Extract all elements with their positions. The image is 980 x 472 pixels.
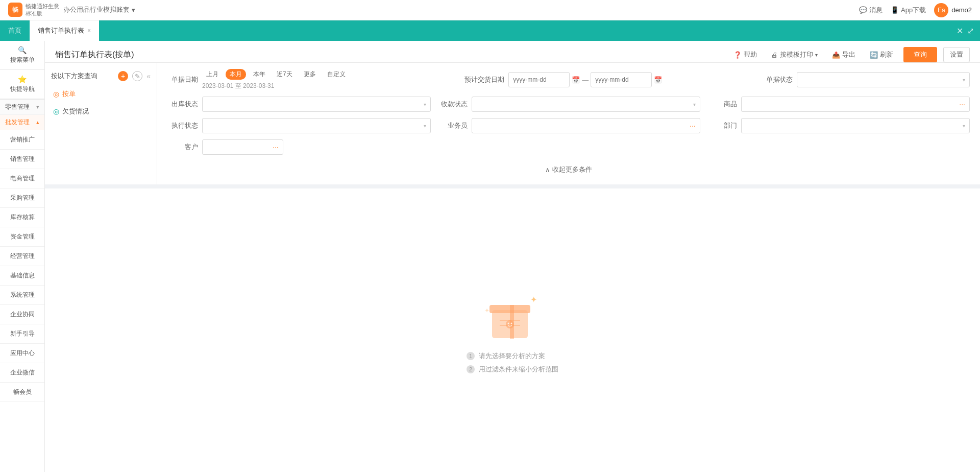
topbar: 畅 畅捷通好生意 标准版 办公用品行业模拟账套 ▾ 💬 消息 📱 App下载 E… bbox=[0, 0, 980, 20]
sidebar-corpwechat-label: 企业微信 bbox=[10, 368, 35, 377]
template-print-button[interactable]: 🖨 按模板打印 ▾ bbox=[767, 48, 822, 61]
edit-scheme-button[interactable]: ✎ bbox=[132, 71, 142, 81]
avatar: Ea bbox=[934, 3, 948, 17]
app-download-button[interactable]: 📱 App下载 bbox=[891, 6, 926, 15]
dept-label: 部门 bbox=[706, 121, 737, 130]
sidebar-item-basic[interactable]: 基础信息 bbox=[0, 266, 44, 286]
period-last-month[interactable]: 上月 bbox=[202, 69, 223, 80]
edit-icon: ✎ bbox=[135, 73, 140, 80]
shipping-label: 出库状态 bbox=[167, 100, 198, 109]
period-custom[interactable]: 自定义 bbox=[323, 69, 350, 80]
filter-customer: 客户 ··· bbox=[167, 139, 283, 155]
period-this-month[interactable]: 本月 bbox=[226, 69, 246, 80]
expected-date-end[interactable] bbox=[591, 72, 652, 87]
exec-select[interactable]: ▾ bbox=[202, 118, 431, 133]
salesperson-more-icon[interactable]: ··· bbox=[690, 122, 696, 130]
sidebar-item-ecommerce[interactable]: 电商管理 bbox=[0, 169, 44, 188]
tip-text-2: 用过滤条件来缩小分析范围 bbox=[479, 365, 558, 374]
scheme-credit-icon: ◎ bbox=[53, 107, 59, 115]
goods-label: 商品 bbox=[706, 100, 737, 109]
payment-select[interactable]: ▾ bbox=[472, 97, 700, 112]
sidebar-item-corpwechat[interactable]: 企业微信 bbox=[0, 363, 44, 383]
date-label: 单据日期 bbox=[167, 75, 198, 84]
dept-dropdown-icon: ▾ bbox=[963, 123, 965, 129]
goods-more-icon[interactable]: ··· bbox=[959, 100, 965, 108]
period-7days[interactable]: 近7天 bbox=[273, 69, 297, 80]
search-button[interactable]: 查询 bbox=[903, 47, 937, 62]
refresh-button[interactable]: 🔄 刷新 bbox=[866, 48, 897, 61]
empty-tips: 1 请先选择要分析的方案 2 用过滤条件来缩小分析范围 bbox=[467, 351, 558, 374]
period-this-year[interactable]: 本年 bbox=[249, 69, 270, 80]
scheme-item-press-order[interactable]: ◎ 按单 bbox=[45, 85, 157, 103]
expected-date-start[interactable] bbox=[508, 72, 570, 87]
sidebar-finance-label: 资金管理 bbox=[10, 232, 35, 241]
sidebar-item-marketing[interactable]: 营销推广 bbox=[0, 130, 44, 150]
scheme-item-credit[interactable]: ◎ 欠货情况 bbox=[45, 103, 157, 120]
tab-home[interactable]: 首页 bbox=[0, 20, 30, 41]
collapse-scheme-button[interactable]: « bbox=[146, 72, 151, 80]
download-icon: 📱 bbox=[891, 6, 899, 14]
sidebar-item-sales[interactable]: 销售管理 bbox=[0, 150, 44, 169]
calendar-icon-end[interactable]: 📅 bbox=[654, 76, 662, 84]
sidebar-inventory-label: 库存核算 bbox=[10, 213, 35, 222]
filter-scheme-actions: + ✎ « bbox=[118, 71, 151, 81]
dept-select[interactable]: ▾ bbox=[741, 118, 970, 133]
refresh-icon: 🔄 bbox=[870, 51, 878, 59]
help-button[interactable]: ❓ 帮助 bbox=[729, 48, 761, 61]
doc-status-select[interactable]: ▾ bbox=[797, 72, 970, 87]
tab-close-icon[interactable]: × bbox=[87, 27, 91, 34]
sidebar-section-retail[interactable]: 零售管理 ▾ bbox=[0, 100, 44, 115]
tip-num-2: 2 bbox=[467, 365, 475, 373]
user-area[interactable]: Ea demo2 bbox=[934, 3, 972, 17]
export-button[interactable]: 📤 导出 bbox=[828, 48, 860, 61]
filter-exec-status: 执行状态 ▾ bbox=[167, 118, 431, 133]
sidebar-item-system[interactable]: 系统管理 bbox=[0, 286, 44, 305]
sidebar-search-menu[interactable]: 🔍 搜索菜单 bbox=[0, 41, 44, 70]
window-close-icon[interactable]: ✕ bbox=[957, 26, 963, 36]
sidebar-basic-label: 基础信息 bbox=[10, 271, 35, 280]
app-edition: 标准版 bbox=[26, 10, 59, 17]
filter-scheme-title: 按以下方案查询 bbox=[51, 72, 97, 81]
filter-fields: 单据日期 上月 本月 本年 近7天 更多 自定义 2023-03-01 至 20… bbox=[157, 63, 980, 184]
topbar-left: 畅 畅捷通好生意 标准版 办公用品行业模拟账套 ▾ bbox=[8, 3, 135, 17]
sidebar-system-label: 系统管理 bbox=[10, 291, 35, 299]
sidebar-item-newbie[interactable]: 新手引导 bbox=[0, 324, 44, 344]
retail-label: 零售管理 bbox=[5, 103, 30, 111]
print-dropdown-icon[interactable]: ▾ bbox=[815, 52, 818, 58]
sidebar-item-inventory[interactable]: 库存核算 bbox=[0, 208, 44, 227]
breadcrumb-dropdown-icon[interactable]: ▾ bbox=[132, 6, 135, 14]
window-maximize-icon[interactable]: ⤢ bbox=[967, 26, 974, 36]
add-scheme-button[interactable]: + bbox=[118, 71, 128, 81]
tip-num-1: 1 bbox=[467, 352, 475, 360]
sidebar-item-operations[interactable]: 经营管理 bbox=[0, 247, 44, 266]
sidebar-operations-label: 经营管理 bbox=[10, 252, 35, 261]
sidebar-quick-nav[interactable]: ⭐ 快捷导航 bbox=[0, 70, 44, 100]
svg-point-8 bbox=[508, 322, 509, 324]
sidebar-item-finance[interactable]: 资金管理 bbox=[0, 227, 44, 247]
breadcrumb[interactable]: 办公用品行业模拟账套 ▾ bbox=[63, 5, 135, 14]
collapse-more-button[interactable]: ∧ 收起更多条件 bbox=[167, 161, 970, 178]
settings-button[interactable]: 设置 bbox=[943, 47, 970, 62]
empty-state-svg: ✦ ✦ bbox=[482, 292, 543, 343]
topbar-right: 💬 消息 📱 App下载 Ea demo2 bbox=[859, 3, 972, 17]
sidebar-item-appstore[interactable]: 应用中心 bbox=[0, 344, 44, 363]
sidebar-section-wholesale[interactable]: 批发管理 ▴ bbox=[0, 115, 44, 130]
filter-scheme-header: 按以下方案查询 + ✎ « bbox=[45, 69, 157, 85]
sidebar-item-enterprise[interactable]: 企业协同 bbox=[0, 305, 44, 324]
sidebar-quicknav-label: 快捷导航 bbox=[10, 85, 35, 93]
data-area: ✦ ✦ 1 请先选择要分析的方案 bbox=[45, 188, 980, 472]
message-button[interactable]: 💬 消息 bbox=[859, 6, 883, 15]
sidebar-members-label: 畅会员 bbox=[13, 388, 32, 396]
sidebar-item-members[interactable]: 畅会员 bbox=[0, 383, 44, 402]
calendar-icon-start[interactable]: 📅 bbox=[572, 76, 580, 84]
period-more[interactable]: 更多 bbox=[300, 69, 320, 80]
date-control: 上月 本月 本年 近7天 更多 自定义 2023-03-01 至 2023-03… bbox=[202, 69, 458, 90]
tab-active-label: 销售订单执行表 bbox=[38, 26, 84, 35]
filter-date-field: 单据日期 上月 本月 本年 近7天 更多 自定义 2023-03-01 至 20… bbox=[167, 69, 458, 90]
customer-more-icon[interactable]: ··· bbox=[273, 143, 279, 151]
sidebar-item-purchase[interactable]: 采购管理 bbox=[0, 188, 44, 208]
tab-expand-area: ✕ ⤢ bbox=[957, 26, 980, 36]
tab-sales-execution[interactable]: 销售订单执行表 × bbox=[30, 20, 99, 41]
shipping-select[interactable]: ▾ bbox=[202, 97, 431, 112]
filter-dept: 部门 ▾ bbox=[706, 118, 970, 133]
